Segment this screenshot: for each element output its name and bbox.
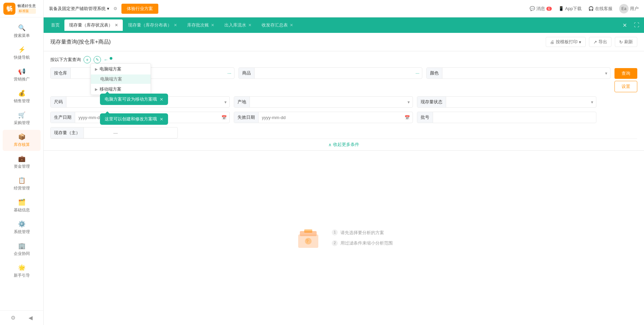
tab-inventory-status[interactable]: 现存量（库存状况表） ✕ — [64, 19, 123, 31]
logo-text: 畅通好生意 — [17, 3, 36, 8]
sidebar-item-enterprise[interactable]: 🏢 企业协同 — [3, 239, 41, 260]
warehouse-more-btn[interactable]: ··· — [225, 68, 234, 78]
collapse-btn[interactable]: ∧ 收起更多条件 — [50, 139, 637, 150]
tooltip-1-close[interactable]: ✕ — [160, 97, 163, 102]
tooltip-2-close[interactable]: ✕ — [160, 117, 163, 122]
warehouse-label: 按仓库 — [51, 68, 71, 78]
color-input[interactable] — [442, 68, 602, 78]
tab-batch-account[interactable]: 库存批次账 ✕ — [182, 19, 219, 31]
qty-status-input[interactable] — [446, 97, 588, 107]
chevron-down-icon: ▾ — [107, 6, 109, 11]
sidebar-label-purchase: 采购管理 — [14, 120, 30, 126]
sidebar-item-marketing[interactable]: 📢 营销推广 — [3, 64, 41, 86]
tab-close-stock-flow[interactable]: ✕ — [248, 23, 252, 28]
marketing-icon: 📢 — [18, 68, 25, 75]
sidebar-item-guide[interactable]: 🌟 新手引导 — [3, 261, 41, 282]
sidebar-item-operation[interactable]: 📋 经营管理 — [3, 173, 41, 195]
sidebar-label-operation: 经营管理 — [14, 185, 30, 191]
expire-date-input[interactable] — [259, 113, 402, 122]
desktop-scheme-name: 电脑端方案 — [100, 76, 122, 82]
settings-btn[interactable]: ⚙ — [11, 315, 15, 321]
expire-date-calendar-icon[interactable]: 📅 — [402, 113, 413, 122]
tab-expand-btn[interactable]: ⛶ — [632, 20, 641, 30]
sidebar-item-inventory[interactable]: 📦 库存核算 — [3, 130, 41, 151]
product-field: 商品 ··· — [238, 67, 423, 79]
step-1: 1 请先选择要分析的方案 — [332, 229, 393, 236]
scheme-arrow-left[interactable]: ← — [104, 57, 108, 62]
expire-date-field: 失效日期 📅 — [234, 112, 413, 123]
qty-separator: — — [113, 130, 118, 136]
size-dropdown-icon[interactable]: ▾ — [222, 97, 229, 107]
mobile-scheme-group[interactable]: ▶ 移动端方案 — [91, 84, 151, 95]
print-chevron: ▾ — [579, 40, 581, 45]
notification-badge: 6 — [546, 7, 552, 11]
desktop-scheme-label: 电脑端方案 — [100, 66, 121, 72]
desktop-scheme-group[interactable]: ▶ 电脑端方案 — [91, 64, 151, 74]
print-btn[interactable]: 🖨 按模板打印 ▾ — [546, 37, 586, 47]
svg-text:?: ? — [306, 238, 309, 244]
app-download-item[interactable]: 📱 App下载 — [558, 6, 582, 12]
sidebar-label-basic: 基础信息 — [14, 207, 30, 213]
sidebar-item-nav[interactable]: ⚡ 快捷导航 — [3, 43, 41, 64]
qty-min-input[interactable] — [87, 130, 111, 136]
sales-icon: 💰 — [18, 90, 25, 97]
sidebar-logo: 畅 畅通好生意 标准版 — [0, 0, 43, 17]
search-btn[interactable]: 查询 — [614, 68, 637, 79]
produce-date-calendar-icon[interactable]: 📅 — [219, 113, 229, 122]
tab-close-all-btn[interactable]: ✕ — [620, 20, 629, 30]
edit-scheme-btn[interactable]: ✎ — [94, 56, 101, 63]
collapse-sidebar-btn[interactable]: ◀ — [29, 315, 33, 321]
scheme-dropdown: ▶ 电脑端方案 电脑端方案 ▶ 移动端方案 — [91, 63, 151, 95]
color-dropdown-icon[interactable]: ▾ — [602, 68, 610, 78]
collapse-label: 收起更多条件 — [333, 142, 359, 148]
user-item[interactable]: Ea 用户 — [619, 4, 639, 13]
product-input[interactable] — [255, 68, 413, 78]
tab-close-inventory-dist[interactable]: ✕ — [174, 23, 177, 28]
sidebar-item-purchase[interactable]: 🛒 采购管理 — [3, 108, 41, 129]
step-1-label: 请先选择要分析的方案 — [340, 229, 384, 236]
sidebar-item-search[interactable]: 🔍 搜索菜单 — [3, 21, 41, 42]
desktop-scheme-item[interactable]: 电脑端方案 — [91, 74, 151, 84]
settings-gear-icon[interactable]: ⚙ — [113, 6, 117, 11]
export-btn[interactable]: ↗ 导出 — [589, 37, 611, 47]
system-selector[interactable]: 装备及固定资产辅助管理系统 ▾ — [49, 6, 109, 12]
tab-close-inventory-status[interactable]: ✕ — [115, 23, 118, 28]
notification-item[interactable]: 💬 消息 6 — [530, 6, 552, 12]
refresh-btn[interactable]: ↻ 刷新 — [615, 37, 637, 47]
tooltip-1: 电脑方案可设为移动方案哦 ✕ — [100, 94, 168, 105]
add-scheme-btn[interactable]: + — [84, 56, 91, 63]
step-2-num: 2 — [332, 240, 338, 246]
origin-dropdown-icon[interactable]: ▾ — [405, 97, 413, 107]
sidebar-item-sales[interactable]: 💰 销售管理 — [3, 86, 41, 107]
industry-btn[interactable]: 体验行业方案 — [121, 4, 158, 14]
export-icon: ↗ — [593, 40, 597, 45]
filter-area: 按以下方案查询 + ✎ ← ▶ 电脑端方案 电脑端方案 ▶ — [44, 51, 644, 151]
sidebar-item-system[interactable]: ⚙️ 系统管理 — [3, 217, 41, 238]
online-support-item[interactable]: 🎧 在线客服 — [588, 6, 612, 12]
tab-stock-flow[interactable]: 出入库流水 ✕ — [220, 19, 256, 31]
sidebar-label-nav: 快捷导航 — [14, 55, 30, 60]
tab-home[interactable]: 首页 — [46, 19, 64, 31]
topbar: 装备及固定资产辅助管理系统 ▾ ⚙ 体验行业方案 💬 消息 6 📱 App下载 … — [44, 0, 644, 17]
online-support-label: 在线客服 — [595, 6, 612, 12]
batch-input[interactable] — [433, 113, 596, 122]
nav-icon: ⚡ — [18, 46, 25, 53]
qty-main-label: 现存量（主） — [51, 127, 84, 138]
tab-inventory-dist[interactable]: 现存量（库存分布表） ✕ — [123, 19, 182, 31]
qty-status-dropdown-icon[interactable]: ▾ — [588, 97, 596, 107]
origin-input[interactable] — [250, 97, 405, 107]
sidebar-item-finance[interactable]: 💼 资金管理 — [3, 152, 41, 173]
tab-close-recv-summary[interactable]: ✕ — [290, 23, 293, 28]
tab-close-batch-account[interactable]: ✕ — [211, 23, 214, 28]
step-1-num: 1 — [332, 229, 338, 235]
sidebar-item-basic[interactable]: 🗂️ 基础信息 — [3, 195, 41, 216]
product-more-btn[interactable]: ··· — [413, 68, 422, 78]
topbar-right: 💬 消息 6 📱 App下载 🎧 在线客服 Ea 用户 — [530, 4, 639, 13]
qty-max-input[interactable] — [120, 130, 144, 136]
tab-recv-summary[interactable]: 收发存汇总表 ✕ — [257, 19, 298, 31]
inventory-icon: 📦 — [18, 133, 25, 141]
tab-actions: ✕ ⛶ — [620, 20, 641, 30]
print-icon: 🖨 — [550, 40, 554, 45]
origin-label: 产地 — [234, 97, 250, 107]
reset-btn[interactable]: 设置 — [614, 81, 637, 92]
